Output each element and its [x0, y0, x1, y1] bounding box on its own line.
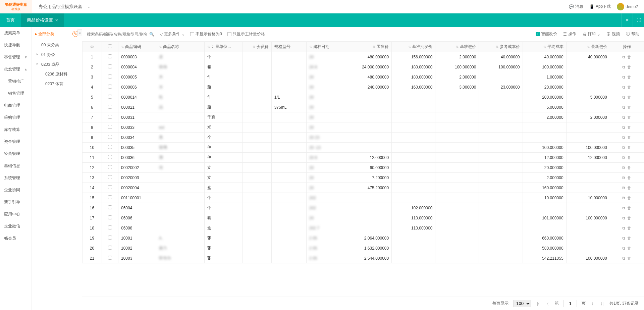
copy-icon[interactable]: ⧉: [622, 196, 625, 200]
col-latest-purchase[interactable]: 最新进价: [566, 42, 610, 52]
cell-ref-cost[interactable]: 100.000000: [479, 62, 523, 72]
cell-base-purchase[interactable]: 2.000000: [435, 72, 479, 82]
category-item[interactable]: 0207 体育: [32, 79, 82, 89]
copy-icon[interactable]: ⧉: [622, 226, 625, 230]
cell-ref-cost[interactable]: [479, 163, 523, 173]
row-checkbox[interactable]: [102, 193, 118, 203]
cell-retail[interactable]: 7.200000: [345, 173, 392, 183]
cell-base-purchase[interactable]: [435, 112, 479, 122]
cell-base-purchase[interactable]: [435, 102, 479, 112]
delete-icon[interactable]: 🗑: [627, 85, 631, 90]
cell-base-purchase[interactable]: [435, 153, 479, 163]
sidebar-item[interactable]: 快捷导航: [0, 39, 32, 51]
operations-button[interactable]: ☰操作: [563, 31, 576, 37]
delete-icon[interactable]: 🗑: [627, 186, 631, 190]
cell-base-wholesale[interactable]: [392, 92, 435, 102]
tab-price-settings[interactable]: 商品价格设置 ✕: [21, 13, 64, 27]
delete-icon[interactable]: 🗑: [627, 196, 631, 200]
delete-icon[interactable]: 🗑: [627, 145, 631, 150]
copy-icon[interactable]: ⧉: [622, 135, 625, 140]
delete-icon[interactable]: 🗑: [627, 55, 631, 59]
col-code[interactable]: 商品编码: [118, 42, 156, 52]
table-row[interactable]: 10000035玻璃件20 -13100.000000100.000000⧉🗑: [83, 143, 644, 153]
row-checkbox[interactable]: [102, 112, 118, 122]
account-context[interactable]: 办公用品行业模拟账套 ⌄: [32, 4, 569, 10]
cell-retail[interactable]: 480.000000: [345, 52, 392, 62]
cell-avg-cost[interactable]: 580.000000: [523, 243, 566, 253]
delete-icon[interactable]: 🗑: [627, 206, 631, 210]
row-checkbox[interactable]: [102, 52, 118, 62]
cell-base-wholesale[interactable]: [392, 143, 435, 153]
category-all[interactable]: ▸ 全部分类: [35, 31, 54, 37]
cell-base-purchase[interactable]: [435, 183, 479, 193]
cell-base-wholesale[interactable]: [392, 243, 435, 253]
table-row[interactable]: 6000021品瓶375mL205.000000⧉🗑: [83, 102, 644, 112]
cell-base-wholesale[interactable]: [392, 253, 435, 263]
cell-base-wholesale[interactable]: [392, 122, 435, 133]
cell-base-wholesale[interactable]: [392, 173, 435, 183]
cell-avg-cost[interactable]: 20.000000: [523, 82, 566, 92]
row-checkbox[interactable]: [102, 92, 118, 102]
table-row[interactable]: 11000036测件20 812.00000012.00000012.00000…: [83, 153, 644, 163]
cell-base-wholesale[interactable]: [392, 133, 435, 143]
cell-base-purchase[interactable]: [435, 133, 479, 143]
cell-base-wholesale[interactable]: 110.000000: [392, 223, 435, 233]
row-checkbox[interactable]: [102, 143, 118, 153]
sidebar-item[interactable]: 系统管理: [0, 172, 32, 184]
user-menu[interactable]: demo2: [617, 3, 638, 10]
cell-retail[interactable]: 1,632.000000: [345, 243, 392, 253]
sidebar-item[interactable]: 营销推广: [0, 75, 32, 87]
cell-base-purchase[interactable]: [435, 253, 479, 263]
cell-retail[interactable]: [345, 143, 392, 153]
col-unit[interactable]: 计量单位...: [205, 42, 243, 52]
cell-avg-cost[interactable]: 160.000000: [523, 183, 566, 193]
cell-latest-purchase[interactable]: [566, 223, 610, 233]
cell-avg-cost[interactable]: 40.000000: [523, 52, 566, 62]
cell-retail[interactable]: [345, 223, 392, 233]
cell-ref-cost[interactable]: [479, 143, 523, 153]
cell-retail[interactable]: 60.000000: [345, 163, 392, 173]
delete-icon[interactable]: 🗑: [627, 216, 631, 220]
col-name[interactable]: 商品名称: [156, 42, 205, 52]
cell-base-wholesale[interactable]: [392, 233, 435, 243]
cell-base-purchase[interactable]: [435, 193, 479, 203]
cell-ref-cost[interactable]: [479, 233, 523, 243]
table-row[interactable]: 1400020004盒20475.200000160.000000⧉🗑: [83, 183, 644, 193]
cell-base-purchase[interactable]: [435, 213, 479, 223]
copy-icon[interactable]: ⧉: [622, 206, 625, 210]
sidebar-item[interactable]: 基础信息: [0, 160, 32, 172]
table-row[interactable]: 10000003桌个20480.000000156.0000002.000000…: [83, 52, 644, 62]
table-row[interactable]: 1300020003支207.2000002.000000⧉🗑: [83, 173, 644, 183]
delete-icon[interactable]: 🗑: [627, 155, 631, 160]
smart-price-button[interactable]: 智能改价: [536, 31, 557, 37]
cell-latest-purchase[interactable]: [566, 62, 610, 72]
delete-icon[interactable]: 🗑: [627, 246, 631, 251]
cell-base-purchase[interactable]: [435, 233, 479, 243]
sidebar-item[interactable]: 资金管理: [0, 136, 32, 148]
cell-ref-cost[interactable]: [479, 102, 523, 112]
cell-base-wholesale[interactable]: [392, 163, 435, 173]
cell-ref-cost[interactable]: [479, 133, 523, 143]
cell-ref-cost[interactable]: [479, 153, 523, 163]
prev-page-button[interactable]: ⟨: [546, 301, 550, 306]
cell-ref-cost[interactable]: [479, 173, 523, 183]
cell-ref-cost[interactable]: [479, 112, 523, 122]
cell-base-purchase[interactable]: [435, 92, 479, 102]
cell-base-purchase[interactable]: [435, 163, 479, 173]
messages-button[interactable]: 💬消息: [569, 4, 583, 9]
cell-base-purchase[interactable]: [435, 122, 479, 133]
table-row[interactable]: 50000014杜件1/120200.0000005.000000⧉🗑: [83, 92, 644, 102]
row-checkbox[interactable]: [102, 223, 118, 233]
row-checkbox[interactable]: [102, 163, 118, 173]
delete-icon[interactable]: 🗑: [627, 95, 631, 100]
sidebar-item[interactable]: 新手引导: [0, 196, 32, 208]
delete-icon[interactable]: 🗑: [627, 75, 631, 80]
sidebar-item[interactable]: 企业微信: [0, 220, 32, 232]
cell-latest-purchase[interactable]: [566, 233, 610, 243]
row-checkbox[interactable]: [102, 213, 118, 223]
col-base-purchase[interactable]: 基准进价: [435, 42, 479, 52]
row-checkbox[interactable]: [102, 122, 118, 133]
last-page-button[interactable]: ⟩|: [599, 301, 605, 306]
delete-icon[interactable]: 🗑: [627, 226, 631, 230]
cell-base-purchase[interactable]: 3.000000: [435, 82, 479, 92]
